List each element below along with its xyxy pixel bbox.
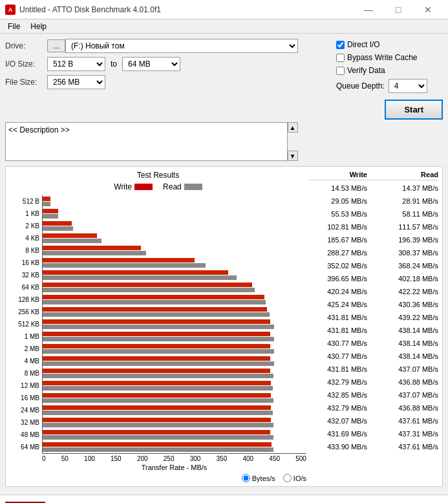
bar-label: 4 MB bbox=[10, 355, 42, 367]
write-cell: 396.65 MB/s bbox=[309, 275, 367, 283]
write-cell: 352.02 MB/s bbox=[309, 262, 367, 270]
table-row: 396.65 MB/s402.18 MB/s bbox=[309, 272, 438, 285]
window-controls: — □ ✕ bbox=[354, 0, 443, 19]
read-bar bbox=[43, 435, 273, 440]
right-form-panel: Direct I/O Bypass Write Cache Verify Dat… bbox=[336, 39, 443, 120]
write-bar bbox=[43, 393, 271, 398]
bar-row bbox=[43, 281, 306, 294]
bar-label: 2 MB bbox=[10, 343, 42, 355]
bar-row bbox=[43, 343, 306, 355]
write-bar bbox=[43, 356, 270, 361]
scroll-up-arrow[interactable]: ▲ bbox=[288, 122, 298, 133]
bar-label: 4 KB bbox=[10, 232, 42, 244]
verify-data-checkbox[interactable] bbox=[336, 67, 345, 75]
write-cell: 185.67 MB/s bbox=[309, 236, 367, 244]
file-size-label: File Size: bbox=[5, 78, 47, 87]
write-bar bbox=[43, 442, 272, 447]
table-row: 102.81 MB/s111.57 MB/s bbox=[309, 220, 438, 233]
write-bar bbox=[43, 430, 270, 434]
bypass-write-cache-row: Bypass Write Cache bbox=[336, 53, 443, 62]
bar-row bbox=[43, 269, 306, 281]
close-button[interactable]: ✕ bbox=[413, 0, 443, 19]
write-bar bbox=[43, 381, 271, 385]
table-row: 352.02 MB/s368.24 MB/s bbox=[309, 259, 438, 272]
bypass-write-cache-checkbox[interactable] bbox=[336, 54, 345, 62]
read-bar bbox=[43, 300, 266, 305]
chart-legend: Write Read bbox=[10, 182, 306, 191]
data-table: Write Read 14.53 MB/s14.37 MB/s29.05 MB/… bbox=[309, 171, 438, 482]
bar-row bbox=[43, 257, 306, 269]
queue-depth-select[interactable]: 4 bbox=[389, 79, 427, 93]
io-size-label: I/O Size: bbox=[5, 59, 47, 69]
menu-help[interactable]: Help bbox=[25, 21, 52, 32]
drive-row: Drive: ... (F:) Новый том bbox=[5, 39, 331, 53]
bar-label: 1 KB bbox=[10, 208, 42, 220]
read-bar bbox=[43, 423, 273, 427]
bar-row bbox=[43, 392, 306, 404]
file-size-row: File Size: 256 MB bbox=[5, 75, 331, 89]
table-row: 425.24 MB/s430.36 MB/s bbox=[309, 298, 438, 311]
bar-row bbox=[43, 330, 306, 343]
browse-button[interactable]: ... bbox=[47, 39, 65, 52]
write-cell: 431.81 MB/s bbox=[309, 365, 367, 373]
write-cell: 102.81 MB/s bbox=[309, 223, 367, 231]
write-cell: 288.27 MB/s bbox=[309, 249, 367, 257]
table-row: 432.79 MB/s436.88 MB/s bbox=[309, 401, 438, 414]
read-cell: 308.37 MB/s bbox=[380, 249, 438, 257]
write-bar bbox=[43, 344, 270, 348]
direct-io-checkbox[interactable] bbox=[336, 41, 345, 49]
write-cell: 431.81 MB/s bbox=[309, 326, 367, 334]
read-cell: 436.88 MB/s bbox=[380, 404, 438, 412]
bar-row bbox=[43, 220, 306, 232]
write-bar bbox=[43, 319, 270, 324]
bottom-bar: ATTO Storage and Network Connectivity Ex… bbox=[0, 495, 448, 503]
x-axis-label: 0 bbox=[42, 455, 46, 462]
read-cell: 422.22 MB/s bbox=[380, 288, 438, 295]
verify-data-label: Verify Data bbox=[347, 66, 385, 75]
write-bar bbox=[43, 307, 267, 312]
scroll-down-arrow[interactable]: ▼ bbox=[288, 151, 298, 161]
bar-row bbox=[43, 416, 306, 429]
io-per-sec-radio[interactable] bbox=[283, 474, 292, 482]
read-bar bbox=[43, 447, 273, 452]
write-bar bbox=[43, 405, 271, 410]
bar-row bbox=[43, 355, 306, 367]
read-cell: 437.61 MB/s bbox=[380, 443, 438, 451]
bar-label: 128 KB bbox=[10, 294, 42, 306]
table-row: 431.81 MB/s437.07 MB/s bbox=[309, 363, 438, 376]
write-bar bbox=[43, 209, 58, 213]
write-cell: 432.85 MB/s bbox=[309, 391, 367, 399]
bar-row bbox=[43, 208, 306, 220]
read-bar bbox=[43, 288, 255, 292]
x-axis-labels: 050100150200250300350400450500 bbox=[42, 455, 306, 462]
io-from-select[interactable]: 512 B bbox=[47, 57, 105, 71]
file-size-select[interactable]: 256 MB bbox=[47, 75, 105, 89]
minimize-button[interactable]: — bbox=[354, 0, 383, 19]
io-per-sec-label[interactable]: IO/s bbox=[283, 474, 306, 482]
units-row: Bytes/s IO/s bbox=[10, 474, 306, 482]
bars-container bbox=[42, 195, 306, 454]
start-button[interactable]: Start bbox=[385, 100, 443, 120]
io-to-select[interactable]: 64 MB bbox=[122, 57, 180, 71]
menu-file[interactable]: File bbox=[3, 21, 25, 32]
description-scrollbar[interactable]: ▲ ▼ bbox=[287, 122, 297, 161]
x-axis-label: 450 bbox=[269, 455, 280, 462]
chart-title: Test Results bbox=[10, 171, 306, 180]
bytes-per-sec-radio[interactable] bbox=[242, 474, 250, 482]
maximize-button[interactable]: □ bbox=[383, 0, 413, 19]
write-cell: 432.07 MB/s bbox=[309, 417, 367, 425]
menu-bar: File Help bbox=[0, 19, 448, 34]
bar-label: 512 B bbox=[10, 195, 42, 208]
write-bar bbox=[43, 246, 141, 250]
write-cell: 432.79 MB/s bbox=[309, 378, 367, 386]
read-cell: 14.37 MB/s bbox=[380, 184, 438, 192]
table-row: 288.27 MB/s308.37 MB/s bbox=[309, 246, 438, 259]
x-axis-label: 250 bbox=[164, 455, 175, 462]
direct-io-row: Direct I/O bbox=[336, 40, 443, 49]
bytes-per-sec-label[interactable]: Bytes/s bbox=[242, 474, 275, 482]
write-bar bbox=[43, 197, 50, 201]
window-title: Untitled - ATTO Disk Benchmark 4.01.0f1 bbox=[19, 5, 161, 14]
drive-select[interactable]: (F:) Новый том bbox=[65, 39, 298, 53]
bar-label: 64 MB bbox=[10, 441, 42, 453]
write-cell: 14.53 MB/s bbox=[309, 184, 367, 192]
